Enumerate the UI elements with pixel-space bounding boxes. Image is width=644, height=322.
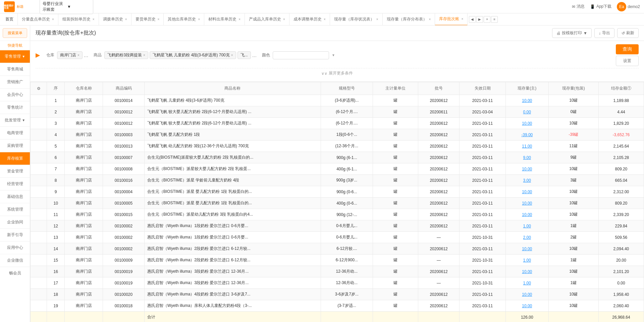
stock-main-link[interactable]: 10.00 (522, 247, 532, 251)
tab-product-in[interactable]: 产成品入库单历史 × (245, 13, 289, 25)
sidebar: 搜索菜单 快捷导航 零售管理 ▼ 零售商城 营销推广 会员中心 零售统计 批发管… (0, 25, 30, 322)
color-dropdown-icon: ▼ (332, 53, 335, 57)
tab-cost-adjust[interactable]: 成本调整单历史 × (289, 13, 330, 25)
stock-main-link[interactable]: 10.00 (522, 292, 532, 297)
filter-expand-toggle[interactable]: ▶ (36, 52, 40, 58)
search-menu-button[interactable]: 搜索菜单 (3, 28, 27, 38)
sidebar-item-app-center[interactable]: 应用中心 (0, 241, 30, 254)
refresh-button[interactable]: ↺ 刷新 (617, 28, 639, 38)
warehouse-more-button[interactable]: ... (84, 52, 88, 58)
print-button[interactable]: 🖨 按模板打印 ▼ (552, 28, 592, 38)
stock-main-link[interactable]: 9.00 (523, 155, 531, 160)
sidebar-item-enterprise[interactable]: 企业协同 (0, 216, 30, 228)
sidebar-item-wholesale-mgmt[interactable]: 批发管理 ▼ (0, 114, 30, 126)
stock-main-link[interactable]: 11.00 (522, 144, 532, 149)
remove-product-tag-0-button[interactable]: × (143, 53, 145, 57)
stock-main-link[interactable]: 10.00 (522, 269, 532, 274)
sidebar-item-system-mgmt[interactable]: 系统管理 (0, 203, 30, 216)
quick-nav-button[interactable]: 快捷导航 (0, 41, 30, 50)
sidebar-item-member-center[interactable]: 会员中心 (0, 88, 30, 101)
remove-warehouse-tag-button[interactable]: × (77, 53, 79, 57)
sidebar-item-members[interactable]: 畅会员 (0, 267, 30, 279)
col-product-name: 商品名称 (144, 82, 321, 95)
stock-main-link[interactable]: 10.00 (522, 98, 532, 103)
tab-batch-ledger[interactable]: 库存批次账 × (435, 13, 468, 25)
close-icon[interactable]: × (158, 17, 160, 21)
messages-button[interactable]: ✉ 消息 (572, 4, 585, 9)
col-warehouse: 仓库名称 (65, 82, 103, 95)
color-input[interactable] (273, 51, 329, 59)
close-icon[interactable]: × (283, 17, 285, 21)
table-row: 19 南岸门店 00100018 惠氏启智（Wyeth illuma）亲和人体儿… (31, 300, 644, 312)
sidebar-item-operations-mgmt[interactable]: 经营管理 (0, 177, 30, 190)
close-icon[interactable]: × (376, 17, 378, 21)
export-button[interactable]: ↓ 导出 (594, 28, 614, 38)
nav-next-button[interactable]: ▶ (476, 16, 483, 23)
sidebar-item-basic-info[interactable]: 基础信息 (0, 190, 30, 203)
total-label: 合计 (144, 312, 321, 322)
sidebar-item-finance-mgmt[interactable]: 资金管理 (0, 165, 30, 177)
col-settings[interactable]: ⚙ (31, 82, 47, 95)
expand-more-conditions-button[interactable]: ∨∨ 展开更多条件 (36, 68, 639, 78)
stock-main-link[interactable]: -39.00 (521, 132, 533, 137)
stock-main-link[interactable]: 0.00 (523, 110, 531, 114)
close-icon[interactable]: × (93, 17, 95, 21)
stock-main-link[interactable]: 3.00 (523, 178, 531, 183)
tab-material-out[interactable]: 材料出库单历史 × (204, 13, 245, 25)
workspace-selector[interactable]: 母婴行业演示账套 ▼ (40, 0, 93, 14)
close-icon[interactable]: × (52, 17, 54, 21)
stock-main-link[interactable]: 1.00 (523, 281, 531, 285)
table-footer: 合计 126.00 26,968.64 (31, 312, 644, 322)
close-icon[interactable]: × (198, 17, 200, 21)
sidebar-item-ecommerce-mgmt[interactable]: 电商管理 (0, 126, 30, 139)
stock-main-link[interactable]: 2.00 (523, 235, 531, 240)
tab-other-out[interactable]: 其他出库单历史 × (164, 13, 204, 25)
close-icon[interactable]: × (461, 17, 463, 21)
col-no: 序 (47, 82, 65, 95)
close-icon[interactable]: × (238, 17, 240, 21)
main-layout: 搜索菜单 快捷导航 零售管理 ▼ 零售商城 营销推广 会员中心 零售统计 批发管… (0, 25, 644, 322)
stock-main-link[interactable]: 10.00 (522, 167, 532, 171)
close-icon[interactable]: × (324, 17, 326, 21)
remove-product-tag-1-button[interactable]: × (231, 53, 233, 57)
product-filter: 商品 飞鹤奶粉3段两提装 × 飞鹤星飞帆 儿童奶粉 4段(3-6岁适用) 700… (94, 51, 257, 59)
settings-button[interactable]: 设置 (616, 56, 639, 66)
sidebar-item-retail-stats[interactable]: 零售统计 (0, 101, 30, 114)
user-avatar-button[interactable]: Ea demo2 (617, 2, 640, 11)
nav-menu-button[interactable]: ≡ (491, 16, 498, 23)
print-icon: 🖨 (556, 31, 560, 36)
query-button[interactable]: 查询 (616, 44, 639, 54)
tab-split-inventory[interactable]: 分量盘点单历史 × (18, 13, 58, 25)
stock-main-link[interactable]: 10.00 (522, 201, 532, 206)
sidebar-item-enterprise-wechat[interactable]: 企业微信 (0, 254, 30, 267)
stock-main-link[interactable]: 10.00 (522, 212, 532, 217)
stock-main-link[interactable]: 1.00 (523, 224, 531, 228)
tab-combo-disassemble[interactable]: 组装拆卸单历史 × (58, 13, 99, 25)
app-download-button[interactable]: 📱 App下载 (590, 4, 611, 9)
dropdown-icon: ▼ (583, 31, 587, 36)
col-product-code: 商品编码 (103, 82, 144, 95)
sidebar-item-new-guide[interactable]: 新手引导 (0, 228, 30, 241)
tab-adjust[interactable]: 调拨单历史 × (99, 13, 131, 25)
stock-main-link[interactable]: 1.00 (523, 258, 531, 263)
close-icon[interactable]: × (125, 17, 127, 21)
tab-stock-status[interactable]: 现存量（库存状况表） × (330, 13, 383, 25)
tab-requisition[interactable]: 要货单历史 × (131, 13, 164, 25)
stock-main-link[interactable]: 10.00 (522, 304, 532, 308)
sidebar-item-retail-mgmt[interactable]: 零售管理 ▼ (0, 50, 30, 63)
nav-prev-button[interactable]: ◀ (469, 16, 476, 23)
stock-main-link[interactable]: 10.00 (522, 121, 532, 126)
sidebar-item-inventory[interactable]: 库存核算 (0, 152, 30, 165)
sidebar-item-marketing[interactable]: 营销推广 (0, 75, 30, 88)
sidebar-item-retail-shop[interactable]: 零售商城 (0, 63, 30, 75)
settings-icon[interactable]: ⚙ (37, 86, 41, 91)
sidebar-item-purchase-mgmt[interactable]: 采购管理 (0, 139, 30, 152)
product-more-button[interactable]: ... (252, 52, 257, 58)
close-icon[interactable]: × (429, 17, 431, 21)
stock-main-link[interactable]: 10.00 (522, 190, 532, 194)
nav-close-button[interactable]: × (484, 16, 490, 23)
table-row: 11 南岸门店 00100015 合生元（BIOSTIME）派星幼儿配方奶粉 3… (31, 209, 644, 220)
table-row: 2 南岸门店 00100012 飞鹤星飞帆 较大婴儿配方奶粉 2段(6-12个月… (31, 106, 644, 118)
tab-home[interactable]: 首页 (1, 13, 18, 25)
tab-stock-dist[interactable]: 现存量（库存分布表） × (383, 13, 435, 25)
